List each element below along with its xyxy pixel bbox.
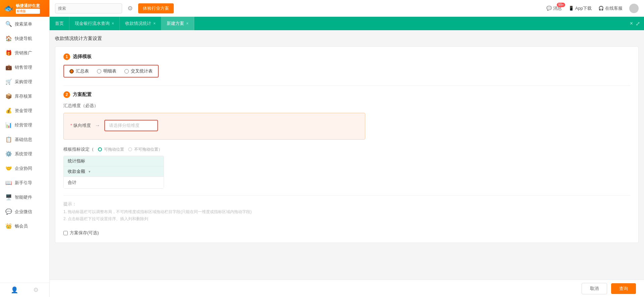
step2-section: 2 方案配置 汇总维度（必选） * 纵向维度 → 请选择分组维度 xyxy=(63,86,630,222)
online-service-label: 在线客服 xyxy=(605,5,623,11)
dimension-select[interactable]: 请选择分组维度 xyxy=(104,120,158,131)
monitor-icon: 🖥️ xyxy=(5,194,12,200)
close-window-icon[interactable]: × xyxy=(630,20,633,27)
tab-home[interactable]: 首页 xyxy=(50,17,69,30)
settings-icon[interactable]: ⚙ xyxy=(127,5,133,12)
row-label: 合计 xyxy=(68,180,76,185)
money-icon: 💰 xyxy=(5,107,12,114)
sidebar-item-collab[interactable]: 🤝 企业协同 xyxy=(0,161,49,176)
non-draggable-label: 不可拖动位置） xyxy=(134,147,162,152)
sidebar-item-inventory[interactable]: 📦 库存核算 xyxy=(0,89,49,103)
footer: 取消 查询 xyxy=(50,280,644,297)
app-download-item[interactable]: 📱 App下载 xyxy=(569,5,592,11)
sidebar-item-label: 企业协同 xyxy=(15,165,32,171)
draggable-legend: 可拖动位置 xyxy=(98,147,124,152)
maximize-icon[interactable]: ⤢ xyxy=(636,20,640,27)
settings-icon: ⚙ xyxy=(33,286,39,294)
radio-cross-label: 交叉统计表 xyxy=(131,68,153,74)
tab-new-plan[interactable]: 新建方案 × xyxy=(161,17,194,30)
sidebar-item-hardware[interactable]: 🖥️ 智能硬件 xyxy=(0,190,49,204)
radio-cross-input[interactable] xyxy=(124,69,129,73)
step1-header: 1 选择模板 xyxy=(63,53,630,60)
tab-new-plan-close[interactable]: × xyxy=(186,21,189,26)
radio-detail-label: 明细表 xyxy=(103,68,116,74)
logo-icon: 🐟 xyxy=(4,4,13,13)
indicator-label: 模板指标设定（ xyxy=(63,146,94,152)
sidebar-item-label: 系统管理 xyxy=(15,151,32,157)
draggable-label: 可拖动位置 xyxy=(104,147,124,152)
indicator-section: 模板指标设定（ 可拖动位置 不可拖动位置） 统计指标 xyxy=(63,146,630,189)
tab-actions: × ⤢ xyxy=(630,20,644,27)
cancel-button[interactable]: 取消 xyxy=(582,283,607,294)
handshake-icon: 🤝 xyxy=(5,165,12,171)
indicator-table: 统计指标 收款金额 ▾ 合计 xyxy=(63,156,164,189)
sidebar-item-label: 销售管理 xyxy=(15,64,32,70)
sidebar-bottom-right[interactable]: ⚙ xyxy=(33,286,39,294)
dimension-placeholder: 请选择分组维度 xyxy=(109,122,140,129)
radio-detail[interactable]: 明细表 xyxy=(97,68,116,74)
save-checkbox[interactable] xyxy=(63,231,68,235)
radio-summary[interactable]: 汇总表 xyxy=(69,68,89,74)
sidebar-item-member[interactable]: 👑 畅会员 xyxy=(0,219,49,233)
chat-icon: 💬 xyxy=(5,208,12,215)
step1-badge: 1 xyxy=(63,53,70,60)
notification-badge: 99+ xyxy=(557,3,565,7)
brand-badge: 标准版 xyxy=(16,9,40,14)
search-input[interactable] xyxy=(55,3,122,13)
chart-icon: 📊 xyxy=(5,122,12,128)
sidebar-item-nav[interactable]: 🏠 快捷导航 xyxy=(0,31,49,46)
industry-btn[interactable]: 体验行业方案 xyxy=(138,3,174,13)
radio-cross[interactable]: 交叉统计表 xyxy=(124,68,153,74)
tabbar: 首页 现金银行流水查询 × 收款情况统计 × 新建方案 × × ⤢ xyxy=(50,17,644,30)
radio-detail-input[interactable] xyxy=(97,69,101,73)
sidebar-item-label: 新手引导 xyxy=(15,180,32,186)
radio-summary-input[interactable] xyxy=(69,69,74,73)
sidebar-item-label: 企业微信 xyxy=(15,209,32,215)
sidebar-item-label: 基础信息 xyxy=(15,137,32,143)
sidebar-item-purchase[interactable]: 🛒 采购管理 xyxy=(0,75,49,89)
save-label: 方案保存(可选) xyxy=(70,230,99,236)
phone-icon: 📱 xyxy=(569,6,574,11)
sidebar-item-search[interactable]: 🔍 搜索菜单 xyxy=(0,17,49,31)
gift-icon: 🎁 xyxy=(5,50,12,56)
step2-badge: 2 xyxy=(63,91,70,98)
table-header-label: 统计指标 xyxy=(68,158,85,164)
message-icon: 💬 xyxy=(546,6,552,11)
sidebar-item-marketing[interactable]: 🎁 营销推广 xyxy=(0,46,49,60)
tab-bank-query[interactable]: 现金银行流水查询 × xyxy=(69,17,120,30)
indicator-header: 模板指标设定（ 可拖动位置 不可拖动位置） xyxy=(63,146,630,152)
sidebar-item-sales[interactable]: 💼 销售管理 xyxy=(0,60,49,75)
sidebar-item-basic-info[interactable]: 📋 基础信息 xyxy=(0,132,49,147)
tab-bank-query-close[interactable]: × xyxy=(112,21,114,26)
tab-collection-stats[interactable]: 收款情况统计 × xyxy=(120,17,161,30)
row-dimension-label: * 纵向维度 xyxy=(70,122,91,129)
user-avatar[interactable] xyxy=(629,4,639,13)
dropdown-icon[interactable]: ▾ xyxy=(89,169,91,174)
tab-collection-stats-close[interactable]: × xyxy=(153,21,156,26)
query-button[interactable]: 查询 xyxy=(611,283,636,294)
sidebar-bottom-left[interactable]: 👤 xyxy=(11,286,18,294)
book-icon: 📖 xyxy=(5,180,12,186)
sidebar-item-system[interactable]: ⚙️ 系统管理 xyxy=(0,147,49,161)
gear-icon: ⚙️ xyxy=(5,151,12,157)
dimension-area: * 纵向维度 → 请选择分组维度 xyxy=(63,113,365,140)
sidebar-item-label: 快捷导航 xyxy=(15,36,32,42)
online-service-item[interactable]: 🎧 在线客服 xyxy=(598,5,623,11)
template-radio-group: 汇总表 明细表 交叉统计表 xyxy=(63,65,159,78)
sidebar-item-label: 经营管理 xyxy=(15,122,32,128)
tab-collection-stats-label: 收款情况统计 xyxy=(125,20,151,27)
sidebar: 🐟 畅捷通好生意 标准版 🔍 搜索菜单 🏠 快捷导航 🎁 营销推广 💼 销售管理… xyxy=(0,0,50,297)
sidebar-bottom: 👤 ⚙ xyxy=(0,283,49,297)
sidebar-item-operations[interactable]: 📊 经营管理 xyxy=(0,118,49,132)
main-area: ⚙ 体验行业方案 💬 消息 99+ 📱 App下载 🎧 在线客服 首页 现金银行… xyxy=(50,0,644,297)
sidebar-item-label: 搜索菜单 xyxy=(15,21,32,27)
dimension-row: * 纵向维度 → 请选择分组维度 xyxy=(70,120,358,131)
notification-item[interactable]: 💬 消息 99+ xyxy=(546,5,562,11)
sidebar-item-finance[interactable]: 💰 资金管理 xyxy=(0,103,49,118)
step2-title: 方案配置 xyxy=(73,92,92,98)
non-draggable-dot xyxy=(128,147,132,151)
search-icon: 🔍 xyxy=(5,21,12,27)
sidebar-item-guide[interactable]: 📖 新手引导 xyxy=(0,176,49,190)
sidebar-item-wechat[interactable]: 💬 企业微信 xyxy=(0,204,49,219)
briefcase-icon: 💼 xyxy=(5,64,12,70)
